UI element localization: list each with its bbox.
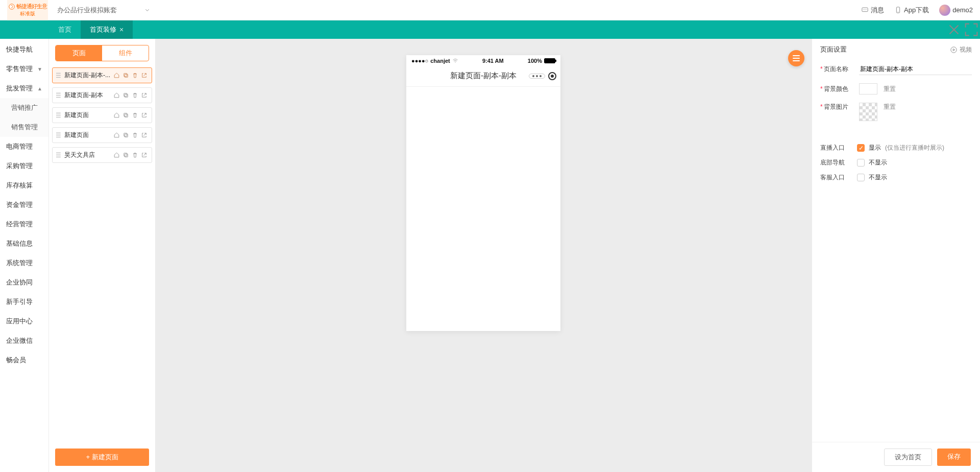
tab-close-all[interactable] — [945, 20, 963, 39]
top-header: 畅捷通好生意 标准版 办公品行业模拟账套 消息 App下载 demo2 — [0, 0, 980, 20]
tab-strip: 首页 首页装修 × — [0, 20, 980, 39]
tab-home[interactable]: 首页 — [49, 20, 81, 39]
account-select[interactable]: 办公品行业模拟账套 — [53, 3, 155, 17]
logo-brand: 畅捷通好生意 — [16, 3, 47, 10]
messages-link[interactable]: 消息 — [861, 6, 884, 15]
chevron-down-icon — [143, 6, 151, 14]
user-menu[interactable]: demo2 — [939, 5, 973, 16]
top-links: 消息 App下载 demo2 — [861, 5, 973, 16]
tab-decor[interactable]: 首页装修 × — [81, 20, 133, 39]
app-download-link[interactable]: App下载 — [894, 6, 929, 15]
logo-icon — [8, 3, 15, 10]
svg-point-0 — [9, 4, 15, 9]
avatar — [939, 5, 950, 16]
logo-sub: 标准版 — [20, 10, 35, 17]
account-name: 办公品行业模拟账套 — [57, 6, 117, 15]
phone-icon — [894, 6, 902, 14]
logo: 畅捷通好生意 标准版 — [7, 0, 48, 20]
close-icon[interactable]: × — [119, 26, 124, 34]
tab-fullscreen[interactable] — [963, 20, 980, 39]
message-icon — [861, 6, 869, 14]
